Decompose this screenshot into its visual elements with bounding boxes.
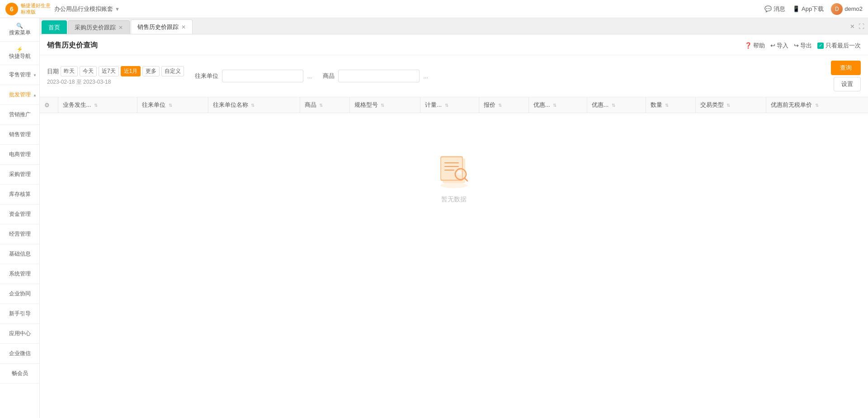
only-last-checkbox[interactable]: ✓ 只看最后一次: [817, 42, 861, 50]
th-discount2[interactable]: 优惠... ⇅: [587, 97, 646, 113]
partner-dots: ...: [307, 73, 312, 80]
sidebar-item-wholesale-mgmt[interactable]: 批发管理: [0, 85, 39, 105]
th-unit[interactable]: 计量... ⇅: [420, 97, 479, 113]
sort-icon: ⇅: [319, 103, 323, 108]
sidebar-item-enterprise-wechat[interactable]: 企业微信: [0, 344, 39, 364]
app-download-button[interactable]: 📱 App下载: [793, 5, 824, 13]
date-btn-custom[interactable]: 自定义: [161, 66, 184, 76]
goods-dots: ...: [423, 73, 428, 80]
top-bar: 6 畅捷通好生意 标准版 办公用品行业模拟账套 ▼ 💬 消息 📱 App下载 D…: [0, 0, 868, 18]
th-biz-date[interactable]: 业务发生... ⇅: [58, 97, 137, 113]
tab-bar-actions: ✕ ⛶: [850, 23, 864, 29]
sidebar-item-sys-mgmt[interactable]: 系统管理: [0, 264, 39, 284]
phone-icon: 📱: [793, 5, 800, 12]
sort-icon: ⇅: [498, 103, 502, 108]
date-range-text: 2023-02-18 至 2023-03-18: [47, 78, 184, 86]
export-button[interactable]: ↪ 导出: [794, 42, 812, 50]
sidebar-item-app-center[interactable]: 应用中心: [0, 324, 39, 344]
partner-label: 往来单位: [195, 72, 218, 80]
import-button[interactable]: ↩ 导入: [770, 42, 788, 50]
th-partner-code[interactable]: 往来单位 ⇅: [137, 97, 208, 113]
page-header: 销售历史价查询 ❓ 帮助 ↩ 导入 ↪ 导出 ✓: [40, 34, 868, 55]
search-icon: 🔍: [16, 23, 23, 29]
sort-icon: ⇅: [815, 103, 819, 108]
date-btn-more[interactable]: 更多: [142, 66, 160, 76]
goods-filter-group: 商品 ...: [323, 70, 428, 82]
top-bar-left: 6 畅捷通好生意 标准版 办公用品行业模拟账套 ▼: [5, 3, 120, 15]
sidebar-item-basic-info[interactable]: 基础信息: [0, 244, 39, 264]
tab-sales-history[interactable]: 销售历史价跟踪 ✕: [131, 19, 193, 34]
sidebar-item-marketing[interactable]: 营销推广: [0, 105, 39, 125]
avatar: D: [831, 3, 843, 15]
svg-point-0: [440, 183, 467, 188]
date-range-picker: 日期 昨天 今天 近7天 近1月 更多 自定义 2023-02-18 至 202…: [47, 66, 184, 86]
th-discount1[interactable]: 优惠... ⇅: [528, 97, 587, 113]
tab-home[interactable]: 首页: [42, 20, 67, 34]
logo-icon: 6: [5, 3, 18, 15]
partner-input[interactable]: [222, 70, 303, 82]
query-button[interactable]: 查询: [831, 61, 861, 75]
sidebar-item-search-menu[interactable]: 🔍 搜索菜单: [0, 18, 39, 42]
logo-text: 畅捷通好生意 标准版: [21, 3, 51, 14]
filter-left: 日期 昨天 今天 近7天 近1月 更多 自定义 2023-02-18 至 202…: [47, 66, 428, 86]
sidebar-item-quick-nav[interactable]: ⚡ 快捷导航: [0, 42, 39, 65]
sidebar-item-enterprise[interactable]: 企业协同: [0, 284, 39, 304]
date-btn-7days[interactable]: 近7天: [99, 66, 119, 76]
date-btn-yesterday[interactable]: 昨天: [61, 66, 78, 76]
date-btn-1month[interactable]: 近1月: [121, 66, 141, 76]
sidebar: 🔍 搜索菜单 ⚡ 快捷导航 零售管理 批发管理 营销推广 销售管理 电商管理 采…: [0, 18, 40, 418]
goods-label: 商品: [323, 72, 335, 80]
th-goods[interactable]: 商品 ⇅: [300, 97, 349, 113]
sort-icon: ⇅: [665, 103, 669, 108]
close-tab-icon[interactable]: ✕: [850, 23, 855, 29]
table-container: ⚙ 业务发生... ⇅ 往来单位 ⇅ 往来单位名称: [40, 97, 868, 240]
empty-text: 暂无数据: [441, 195, 467, 204]
maximize-icon[interactable]: ⛶: [859, 23, 864, 29]
goods-input[interactable]: [338, 70, 420, 82]
workspace-selector[interactable]: 办公用品行业模拟账套 ▼: [54, 5, 120, 13]
sidebar-item-retail-mgmt[interactable]: 零售管理: [0, 65, 39, 85]
tab-close-sales-history[interactable]: ✕: [181, 24, 186, 30]
sort-icon: ⇅: [169, 103, 172, 108]
sort-icon: ⇅: [553, 103, 557, 108]
sort-icon: ⇅: [381, 103, 384, 108]
sidebar-item-inventory[interactable]: 库存核算: [0, 185, 39, 204]
logo-area: 6 畅捷通好生意 标准版: [5, 3, 51, 15]
date-btn-today[interactable]: 今天: [80, 66, 97, 76]
sidebar-item-ops-mgmt[interactable]: 经营管理: [0, 224, 39, 244]
import-icon: ↩: [770, 42, 775, 49]
sort-icon: ⇅: [726, 103, 730, 108]
date-label: 日期: [47, 67, 59, 76]
sidebar-item-vip-member[interactable]: 畅会员: [0, 364, 39, 384]
sidebar-item-finance[interactable]: 资金管理: [0, 204, 39, 224]
sidebar-item-ecom-mgmt[interactable]: 电商管理: [0, 145, 39, 165]
chevron-down-icon: ▼: [115, 6, 120, 12]
sort-icon: ⇅: [612, 103, 615, 108]
table-settings-icon[interactable]: ⚙: [44, 102, 50, 109]
help-icon: ❓: [745, 42, 752, 49]
message-icon: 💬: [764, 5, 772, 12]
user-profile[interactable]: D demo2: [831, 3, 863, 15]
sidebar-item-new-guide[interactable]: 新手引导: [0, 304, 39, 324]
sidebar-item-purchase-mgmt[interactable]: 采购管理: [0, 165, 39, 185]
sidebar-item-sales-mgmt[interactable]: 销售管理: [0, 125, 39, 145]
sort-icon: ⇅: [445, 103, 448, 108]
tab-close-purchase-history[interactable]: ✕: [118, 25, 123, 30]
settings-button[interactable]: 设置: [834, 77, 861, 91]
message-button[interactable]: 💬 消息: [764, 5, 785, 13]
th-trade-type[interactable]: 交易类型 ⇅: [695, 97, 766, 113]
data-table: ⚙ 业务发生... ⇅ 往来单位 ⇅ 往来单位名称: [40, 97, 868, 113]
th-spec[interactable]: 规格型号 ⇅: [349, 97, 420, 113]
tab-purchase-history[interactable]: 采购历史价跟踪 ✕: [68, 20, 130, 34]
th-quote[interactable]: 报价 ⇅: [479, 97, 528, 113]
help-button[interactable]: ❓ 帮助: [745, 42, 765, 50]
top-bar-right: 💬 消息 📱 App下载 D demo2: [764, 3, 863, 15]
empty-state: 暂无数据: [40, 113, 868, 240]
sort-icon: ⇅: [251, 103, 255, 108]
page-header-actions: ❓ 帮助 ↩ 导入 ↪ 导出 ✓ 只看最后一次: [745, 42, 861, 50]
th-partner-name[interactable]: 往来单位名称 ⇅: [208, 97, 300, 113]
th-pretax-price[interactable]: 优惠前无税单价 ⇅: [766, 97, 868, 113]
th-settings: ⚙: [40, 97, 58, 113]
sort-icon: ⇅: [94, 103, 98, 108]
th-qty[interactable]: 数量 ⇅: [646, 97, 695, 113]
